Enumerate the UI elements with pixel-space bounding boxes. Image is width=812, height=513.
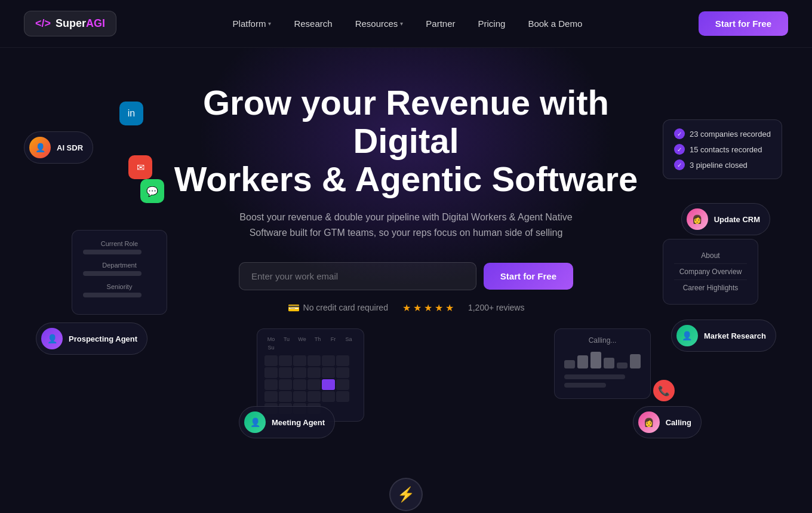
prospecting-agent-badge: 👤 Prospecting Agent bbox=[36, 322, 147, 355]
navbar: </> SuperAGI Platform ▾ Research Resourc… bbox=[0, 0, 812, 48]
stats-item: ✓ 3 pipeline closed bbox=[674, 159, 771, 170]
nav-links: Platform ▾ Research Resources ▾ Partner … bbox=[223, 14, 592, 33]
calling-label: Calling bbox=[666, 418, 691, 427]
star-icon: ★ bbox=[413, 302, 422, 314]
social-proof: 💳 No credit card required ★ ★ ★ ★ ★ 1,20… bbox=[24, 302, 788, 314]
update-crm-label: Update CRM bbox=[714, 215, 760, 224]
trusted-icon: ⚡ bbox=[389, 478, 423, 511]
calendar-widget: Mo Tu We Th Fr Sa Su bbox=[257, 328, 364, 422]
nav-research[interactable]: Research bbox=[284, 14, 342, 33]
star-half-icon: ★ bbox=[445, 302, 454, 314]
linkedin-icon: in bbox=[119, 102, 143, 125]
update-crm-badge: 👩 Update CRM bbox=[681, 203, 770, 235]
trusted-section: ⚡ Trusted by forward thinking businesses… bbox=[0, 454, 812, 513]
avatar: 👤 bbox=[41, 328, 63, 349]
chevron-down-icon: ▾ bbox=[400, 20, 403, 27]
call-end-button: 📞 bbox=[653, 380, 675, 401]
chat-icon: 💬 bbox=[140, 179, 164, 203]
company-card-item: About bbox=[674, 248, 747, 264]
form-field-bar bbox=[83, 293, 142, 297]
logo[interactable]: </> SuperAGI bbox=[24, 11, 116, 36]
email-input[interactable] bbox=[239, 262, 476, 290]
nav-start-free-button[interactable]: Start for Free bbox=[699, 11, 788, 36]
ai-sdr-label: AI SDR bbox=[57, 143, 83, 152]
form-field-label: Department bbox=[83, 262, 156, 269]
form-field-bar bbox=[83, 250, 142, 254]
form-field-label: Current Role bbox=[83, 240, 156, 247]
nav-pricing[interactable]: Pricing bbox=[469, 14, 515, 33]
nav-resources[interactable]: Resources ▾ bbox=[346, 14, 413, 33]
check-icon: ✓ bbox=[674, 128, 685, 139]
calendar-header: Mo Tu We Th Fr Sa Su bbox=[264, 336, 356, 351]
star-rating: ★ ★ ★ ★ ★ bbox=[402, 302, 454, 314]
hero-form: Start for Free bbox=[239, 262, 573, 290]
star-icon: ★ bbox=[402, 302, 411, 314]
ai-sdr-badge: 👤 AI SDR bbox=[24, 131, 93, 164]
stats-item: ✓ 15 contacts recorded bbox=[674, 144, 771, 155]
avatar: 👩 bbox=[687, 208, 708, 230]
avatar: 👤 bbox=[29, 137, 51, 158]
hero-title: Grow your Revenue with Digital Workers &… bbox=[167, 84, 645, 198]
star-icon: ★ bbox=[424, 302, 432, 314]
market-research-badge: 👤 Market Research bbox=[671, 320, 776, 352]
star-icon: ★ bbox=[435, 302, 443, 314]
stats-item: ✓ 23 companies recorded bbox=[674, 128, 771, 139]
logo-text: SuperAGI bbox=[56, 17, 105, 30]
company-info-card: About Company Overview Career Highlights bbox=[663, 239, 758, 305]
calling-status: Calling... bbox=[564, 336, 641, 345]
stats-card: ✓ 23 companies recorded ✓ 15 contacts re… bbox=[663, 119, 782, 179]
company-card-item: Career Highlights bbox=[674, 280, 747, 296]
hero-subtitle: Boost your revenue & double your pipelin… bbox=[233, 210, 579, 240]
check-icon: ✓ bbox=[674, 159, 685, 170]
prospecting-label: Prospecting Agent bbox=[69, 334, 137, 343]
no-credit-card-icon: 💳 bbox=[288, 302, 300, 314]
form-field-bar bbox=[83, 271, 142, 276]
calling-badge: 👩 Calling bbox=[633, 406, 702, 438]
company-card-item: Company Overview bbox=[674, 264, 747, 280]
calling-waveform bbox=[564, 351, 641, 368]
avatar: 👤 bbox=[244, 411, 266, 433]
nav-partner[interactable]: Partner bbox=[416, 14, 465, 33]
reviews-count: 1,200+ reviews bbox=[468, 303, 525, 312]
form-field-label: Seniority bbox=[83, 283, 156, 290]
meeting-label: Meeting Agent bbox=[272, 418, 325, 427]
logo-icon: </> bbox=[35, 17, 51, 30]
avatar: 👩 bbox=[638, 411, 660, 433]
meeting-agent-badge: 👤 Meeting Agent bbox=[239, 406, 335, 438]
chevron-down-icon: ▾ bbox=[268, 20, 271, 27]
hero-section: 👤 AI SDR in ✉ 💬 ✓ 23 companies recorded … bbox=[0, 48, 812, 454]
nav-platform[interactable]: Platform ▾ bbox=[223, 14, 281, 33]
market-research-label: Market Research bbox=[704, 331, 766, 340]
calendar-grid bbox=[264, 355, 356, 414]
avatar: 👤 bbox=[676, 325, 698, 346]
hero-start-free-button[interactable]: Start for Free bbox=[484, 263, 573, 290]
nav-book-demo[interactable]: Book a Demo bbox=[518, 14, 592, 33]
calling-widget: Calling... bbox=[554, 328, 651, 399]
email-icon: ✉ bbox=[128, 155, 152, 179]
no-credit-text: 💳 No credit card required bbox=[288, 302, 388, 314]
check-icon: ✓ bbox=[674, 144, 685, 155]
